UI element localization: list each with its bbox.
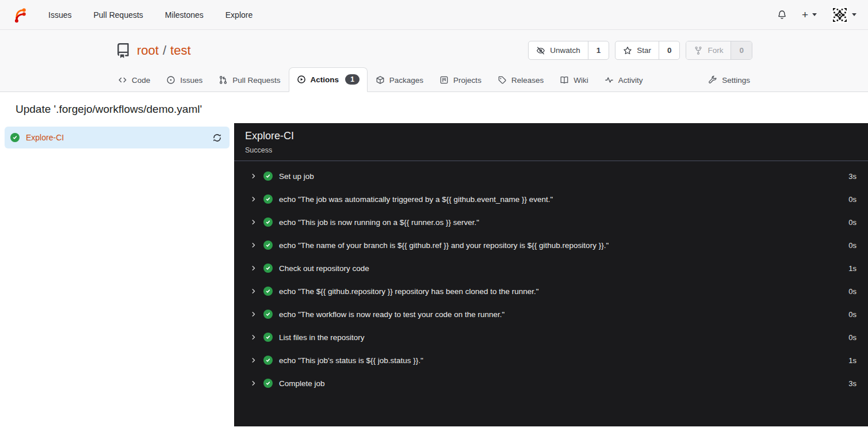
tools-icon	[708, 75, 717, 85]
job-step-row[interactable]: echo "This job's status is ${{ job.statu…	[242, 349, 860, 372]
step-name: Complete job	[279, 379, 325, 388]
step-duration: 1s	[848, 264, 856, 273]
tab-issues[interactable]: Issues	[158, 68, 211, 92]
step-name: echo "The workflow is now ready to test …	[279, 310, 504, 319]
actions-count-badge: 1	[345, 74, 360, 85]
step-name: Set up job	[279, 172, 314, 181]
job-log-panel: Explore-CI Success Set up job 3s	[234, 123, 868, 426]
step-name: echo "The name of your branch is ${{ git…	[279, 241, 609, 250]
star-button-group: Star 0	[615, 41, 680, 60]
stars-count[interactable]: 0	[659, 41, 680, 59]
navbar-right: +	[777, 7, 856, 23]
tab-packages[interactable]: Packages	[368, 68, 431, 92]
tab-releases[interactable]: Releases	[490, 68, 552, 92]
step-duration: 0s	[848, 287, 856, 296]
forks-count[interactable]: 0	[731, 41, 752, 59]
tab-settings[interactable]: Settings	[700, 68, 758, 92]
check-circle-icon	[263, 310, 273, 319]
plus-icon: +	[802, 9, 808, 20]
run-title: Update '.forgejo/workflows/demo.yaml'	[0, 92, 868, 123]
nav-item-explore[interactable]: Explore	[225, 10, 253, 20]
play-circle-icon	[297, 75, 306, 84]
repo-breadcrumb: root / test	[137, 43, 191, 58]
tab-projects[interactable]: Projects	[431, 68, 490, 92]
nav-item-milestones[interactable]: Milestones	[165, 10, 204, 20]
chevron-right-icon	[250, 173, 257, 180]
check-circle-icon	[263, 333, 273, 342]
job-step-row[interactable]: Complete job 3s	[242, 372, 860, 395]
tab-activity[interactable]: Activity	[596, 68, 651, 92]
job-step-row[interactable]: echo "The job was automatically triggere…	[242, 188, 860, 211]
repo-owner-link[interactable]: root	[137, 43, 159, 58]
job-list-item[interactable]: Explore-CI	[5, 127, 230, 148]
git-pull-request-icon	[219, 75, 228, 85]
step-name: echo "This job's status is ${{ job.statu…	[279, 356, 423, 365]
job-step-row[interactable]: echo "This job is now running on a ${{ r…	[242, 211, 860, 234]
chevron-down-icon	[852, 13, 856, 16]
bell-icon	[777, 10, 787, 20]
check-circle-icon	[263, 264, 273, 273]
nav-item-issues[interactable]: Issues	[48, 10, 71, 20]
chevron-right-icon	[250, 334, 257, 341]
job-step-row[interactable]: echo "The workflow is now ready to test …	[242, 303, 860, 326]
job-step-row[interactable]: List files in the repository 0s	[242, 326, 860, 349]
tab-pull-requests[interactable]: Pull Requests	[211, 68, 288, 92]
chevron-down-icon	[812, 13, 817, 16]
fork-button-group: Fork 0	[686, 41, 752, 60]
check-circle-icon	[263, 218, 273, 227]
watch-button-group: Unwatch 1	[528, 41, 609, 60]
check-circle-icon	[263, 194, 273, 204]
rerun-job-button[interactable]	[212, 133, 222, 143]
chevron-right-icon	[250, 380, 257, 387]
user-menu-button[interactable]	[832, 7, 856, 23]
repo-header: root / test Unwatch	[0, 30, 868, 92]
step-name: echo "The ${{ github.repository }} repos…	[279, 287, 539, 296]
star-button[interactable]: Star	[615, 41, 659, 59]
user-avatar	[832, 7, 848, 23]
repo-book-icon	[116, 43, 131, 58]
job-panel-header: Explore-CI Success	[234, 123, 868, 161]
step-duration: 0s	[848, 218, 856, 227]
step-name: List files in the repository	[279, 333, 365, 342]
path-separator: /	[163, 43, 166, 58]
job-steps-list: Set up job 3s echo "The job was automati…	[234, 161, 868, 398]
step-duration: 0s	[848, 195, 856, 204]
check-circle-icon	[10, 133, 20, 142]
main-nav: Issues Pull Requests Milestones Explore	[48, 10, 253, 20]
top-navbar: Issues Pull Requests Milestones Explore …	[0, 0, 868, 30]
unwatch-button[interactable]: Unwatch	[529, 41, 588, 59]
watchers-count[interactable]: 1	[588, 41, 609, 59]
step-name: echo "The job was automatically triggere…	[279, 195, 553, 204]
job-status-text: Success	[245, 146, 857, 154]
check-circle-icon	[263, 356, 273, 365]
project-icon	[439, 75, 449, 85]
nav-item-pull-requests[interactable]: Pull Requests	[93, 10, 143, 20]
star-icon	[623, 46, 632, 55]
job-step-row[interactable]: Set up job 3s	[242, 165, 860, 188]
step-duration: 3s	[848, 379, 856, 388]
create-new-button[interactable]: +	[802, 9, 817, 20]
tab-actions[interactable]: Actions 1	[289, 67, 368, 92]
chevron-right-icon	[250, 219, 257, 226]
job-step-row[interactable]: echo "The name of your branch is ${{ git…	[242, 234, 860, 257]
tab-wiki[interactable]: Wiki	[552, 68, 596, 92]
step-duration: 0s	[848, 333, 856, 342]
tag-icon	[498, 75, 507, 85]
job-step-row[interactable]: Check out repository code 1s	[242, 257, 860, 280]
job-step-row[interactable]: echo "The ${{ github.repository }} repos…	[242, 280, 860, 303]
package-icon	[376, 75, 385, 85]
step-duration: 1s	[848, 356, 856, 365]
step-duration: 0s	[848, 241, 856, 250]
repo-name-link[interactable]: test	[170, 43, 190, 58]
step-name: echo "This job is now running on a ${{ r…	[279, 218, 479, 227]
forgejo-logo-icon	[12, 6, 29, 24]
fork-button[interactable]: Fork	[686, 41, 731, 59]
eye-slash-icon	[536, 46, 545, 55]
chevron-right-icon	[250, 288, 257, 295]
check-circle-icon	[263, 241, 273, 250]
tab-code[interactable]: Code	[110, 68, 158, 92]
sync-icon	[212, 133, 222, 143]
forgejo-logo[interactable]	[12, 6, 29, 24]
pulse-icon	[605, 75, 614, 85]
notifications-button[interactable]	[777, 10, 787, 20]
